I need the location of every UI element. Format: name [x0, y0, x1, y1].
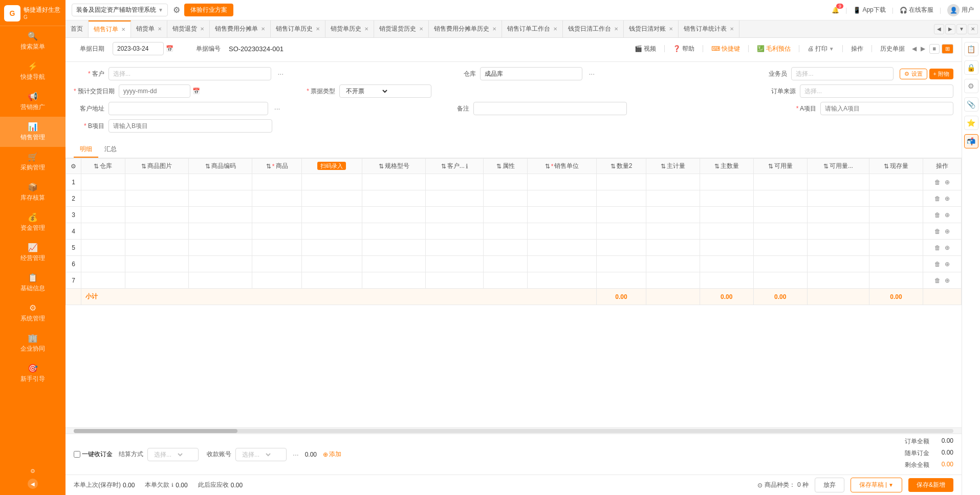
grid-view-btn[interactable]: ⊞	[942, 44, 953, 54]
rp-btn-5[interactable]: ⭐	[964, 116, 978, 130]
row-copy-4[interactable]: ⊕	[945, 228, 950, 235]
tab-expense-history[interactable]: 销售费用分摊单历史 ✕	[429, 20, 502, 38]
tab-close-order-history[interactable]: ✕	[316, 26, 320, 32]
horizontal-scrollbar[interactable]	[66, 427, 962, 434]
operations-btn[interactable]: 操作	[848, 44, 866, 54]
profit-btn[interactable]: 💹 毛利预估	[754, 44, 794, 54]
tab-summary[interactable]: 汇总	[98, 142, 123, 158]
sidebar-item-purchase[interactable]: 🛒 采购管理	[0, 147, 66, 177]
tab-sales-return[interactable]: 销货退货 ✕	[167, 20, 210, 38]
tabs-more-btn[interactable]: ▼	[956, 24, 967, 34]
rp-btn-2[interactable]: 🔒	[964, 60, 978, 75]
tab-close-sales-order[interactable]: ✕	[121, 27, 125, 32]
tab-order-workbench[interactable]: 销售订单工作台 ✕	[502, 20, 563, 38]
print-btn[interactable]: 🖨 打印 ▼	[804, 44, 837, 54]
tabs-prev-btn[interactable]: ◀	[934, 24, 944, 34]
tab-close-receipt-history[interactable]: ✕	[364, 26, 368, 32]
list-view-btn[interactable]: ≡	[929, 44, 940, 54]
calendar-icon[interactable]: 📅	[166, 45, 173, 52]
history-btn[interactable]: 历史单据	[877, 44, 908, 54]
tab-cash-reconcile[interactable]: 钱货日清对账 ✕	[624, 20, 679, 38]
row-delete-1[interactable]: 🗑	[934, 179, 941, 186]
sidebar-item-quick-nav[interactable]: ⚡ 快捷导航	[0, 56, 66, 87]
table-settings-icon[interactable]: ⚙	[71, 163, 76, 170]
sidebar-item-enterprise[interactable]: 🏢 企业协同	[0, 328, 66, 358]
customer-input[interactable]: 选择...	[108, 67, 271, 80]
view-btn[interactable]: 🎬 视频	[631, 44, 659, 54]
date-input[interactable]	[113, 42, 164, 55]
scrollbar-thumb[interactable]	[74, 429, 237, 433]
tab-sales-receipt[interactable]: 销货单 ✕	[131, 20, 167, 38]
scan-btn[interactable]: 扫码录入	[317, 162, 346, 170]
tab-expense-split[interactable]: 销售费用分摊单 ✕	[210, 20, 271, 38]
notification-bell[interactable]: 🔔 9	[832, 7, 839, 14]
th-settings[interactable]: ⚙	[66, 159, 81, 174]
sidebar-item-sales[interactable]: 📊 销售管理	[0, 117, 66, 147]
a-project-input[interactable]	[820, 102, 953, 115]
tab-close-sales-receipt[interactable]: ✕	[158, 26, 162, 32]
tab-order-history[interactable]: 销售订单历史 ✕	[271, 20, 325, 38]
payment-method-select[interactable]: 选择...	[147, 448, 199, 461]
tab-close-sales-stats[interactable]: ✕	[730, 26, 734, 32]
rp-btn-1[interactable]: 📋	[964, 42, 978, 56]
nav-next[interactable]: ▶	[921, 45, 925, 52]
row-delete-6[interactable]: 🗑	[934, 261, 941, 268]
row-copy-2[interactable]: ⊕	[945, 195, 950, 202]
row-delete-7[interactable]: 🗑	[934, 277, 941, 284]
topbar-settings-icon[interactable]: ⚙	[173, 5, 180, 15]
order-source-input[interactable]: 选择...	[800, 84, 953, 98]
bank-dots[interactable]: ···	[293, 450, 299, 459]
warehouse-input[interactable]: 成品库	[480, 67, 582, 80]
help-btn[interactable]: ❓ 帮助	[670, 44, 698, 54]
online-support-link[interactable]: 🎧 在线客服	[900, 6, 933, 14]
tab-detail[interactable]: 明细	[74, 142, 98, 158]
delivery-calendar-icon[interactable]: 📅	[192, 88, 200, 95]
tab-sales-stats[interactable]: 销售订单统计表 ✕	[679, 20, 739, 38]
save-new-btn[interactable]: 保存&新增	[908, 478, 953, 492]
sidebar-collapse-btn[interactable]: ◀	[28, 479, 38, 489]
app-download-link[interactable]: 📱 App下载	[853, 6, 885, 14]
sidebar-item-inventory[interactable]: 📦 库存核算	[0, 177, 66, 207]
tab-close-sales-return[interactable]: ✕	[200, 26, 204, 32]
shortcuts-btn[interactable]: ⌨ 快捷键	[708, 44, 743, 54]
tab-return-history[interactable]: 销货退货历史 ✕	[374, 20, 429, 38]
sidebar-item-operations[interactable]: 📈 经营管理	[0, 238, 66, 268]
row-delete-4[interactable]: 🗑	[934, 228, 941, 235]
row-delete-2[interactable]: 🗑	[934, 195, 941, 202]
tab-close-return-history[interactable]: ✕	[419, 26, 423, 32]
b-project-input[interactable]	[108, 119, 272, 133]
settings-shortcut-btn[interactable]: ⚙ 设置	[900, 69, 927, 79]
tab-sales-order[interactable]: 销售订单 ✕	[89, 20, 131, 38]
tab-home[interactable]: 首页	[66, 20, 89, 38]
customer-dots[interactable]: ···	[277, 70, 284, 78]
industry-btn[interactable]: 体验行业方案	[184, 4, 233, 16]
payment-method-dropdown[interactable]: 选择...	[148, 448, 184, 461]
sidebar-item-guide[interactable]: 🎯 新手引导	[0, 358, 66, 389]
remark-input[interactable]	[473, 102, 627, 115]
sidebar-settings[interactable]: ⚙	[28, 466, 37, 477]
agent-input[interactable]: 选择...	[791, 67, 894, 80]
tab-close-cash-reconcile[interactable]: ✕	[669, 26, 673, 32]
row-copy-7[interactable]: ⊕	[945, 277, 950, 284]
sidebar-item-search[interactable]: 🔍 搜索菜单	[0, 26, 66, 56]
rp-btn-3[interactable]: ⚙	[964, 79, 978, 93]
one-click-checkout-checkbox[interactable]: 一键收订金	[74, 450, 113, 459]
row-copy-1[interactable]: ⊕	[945, 179, 950, 186]
save-draft-arrow[interactable]: ▼	[886, 482, 894, 488]
sidebar-item-system[interactable]: ⚙ 系统管理	[0, 298, 66, 328]
sidebar-item-base-info[interactable]: 📋 基础信息	[0, 268, 66, 298]
row-delete-5[interactable]: 🗑	[934, 244, 941, 251]
add-payment-btn[interactable]: ⊕ 添加	[323, 450, 341, 459]
tab-cash-workbench[interactable]: 钱货日清工作台 ✕	[563, 20, 624, 38]
tab-close-order-workbench[interactable]: ✕	[553, 26, 557, 32]
row-copy-6[interactable]: ⊕	[945, 261, 950, 268]
rp-btn-4[interactable]: 📎	[964, 97, 978, 112]
checkout-checkbox-input[interactable]	[74, 451, 80, 458]
invoice-type-dropdown[interactable]: 不开票 增值税专票 普通发票	[340, 84, 389, 98]
tab-receipt-history[interactable]: 销货单历史 ✕	[325, 20, 374, 38]
tab-close-cash-workbench[interactable]: ✕	[614, 26, 618, 32]
save-draft-btn[interactable]: 保存草稿 ▼	[851, 478, 902, 492]
app-selector[interactable]: 装备及固定资产辅助管理系统 ▼	[72, 4, 168, 16]
sidebar-item-marketing[interactable]: 📢 营销推广	[0, 87, 66, 117]
rp-btn-6[interactable]: 📬	[964, 134, 978, 148]
